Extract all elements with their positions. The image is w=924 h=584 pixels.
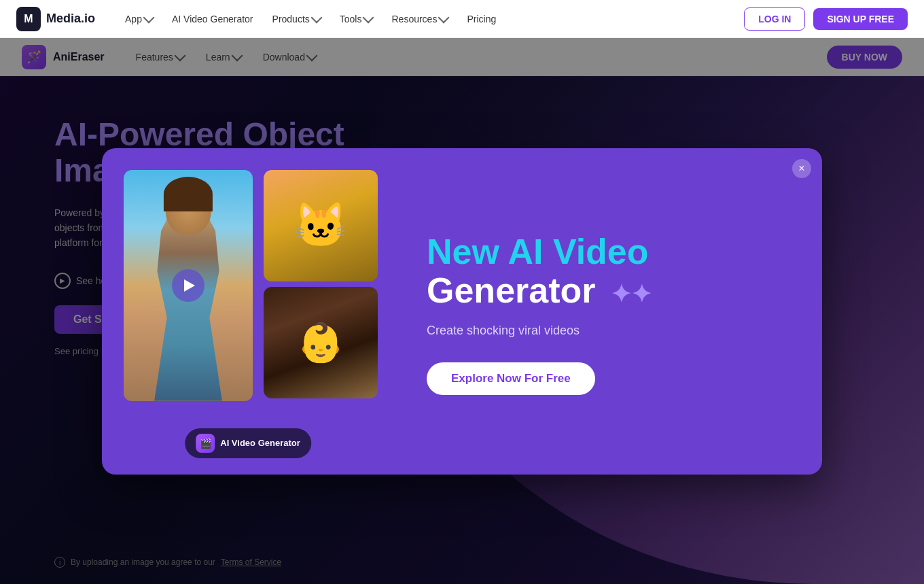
nav-item-ai-video[interactable]: AI Video Generator (164, 10, 262, 29)
logo-icon: M (16, 7, 41, 31)
logo[interactable]: M Media.io (16, 7, 95, 31)
chevron-down-icon (363, 12, 374, 24)
top-nav-links: App AI Video Generator Products Tools Re… (117, 10, 744, 29)
modal-overlay[interactable]: × 🐱 (0, 38, 924, 584)
modal-subtitle: Create shocking viral videos (427, 324, 789, 338)
modal-small-images: 🐱 👶 (258, 170, 378, 430)
nav-item-resources[interactable]: Resources (383, 10, 456, 29)
top-navigation: M Media.io App AI Video Generator Produc… (0, 0, 924, 38)
badge-text: AI Video Generator (220, 438, 300, 448)
explore-now-button[interactable]: Explore Now For Free (427, 362, 595, 395)
logo-text: Media.io (46, 12, 95, 26)
video-play-button[interactable] (172, 269, 205, 302)
chevron-down-icon (438, 12, 450, 24)
login-button[interactable]: LOG IN (744, 7, 805, 31)
nav-item-app[interactable]: App (117, 10, 161, 29)
play-triangle-icon (184, 279, 195, 292)
cat-image: 🐱 (264, 170, 378, 281)
ai-video-badge: 🎬 AI Video Generator (185, 428, 311, 458)
modal-images-section: 🐱 👶 🎬 AI Video Generator (102, 148, 394, 475)
modal-cta-section: New AI Video Generator ✦✦ Create shockin… (394, 148, 822, 475)
ai-video-modal: × 🐱 (102, 148, 822, 475)
chevron-down-icon (143, 12, 154, 24)
nav-item-products[interactable]: Products (264, 10, 329, 29)
badge-icon: 🎬 (196, 434, 215, 453)
modal-title: New AI Video Generator ✦✦ (427, 233, 789, 310)
nav-item-pricing[interactable]: Pricing (459, 10, 504, 29)
nav-item-tools[interactable]: Tools (332, 10, 381, 29)
nav-auth-buttons: LOG IN SIGN UP FREE (744, 7, 908, 31)
baby-image: 👶 (264, 287, 378, 398)
sparkle-icon: ✦✦ (611, 281, 652, 308)
chevron-down-icon (310, 12, 322, 24)
modal-close-button[interactable]: × (792, 159, 811, 178)
signup-button[interactable]: SIGN UP FREE (813, 8, 908, 30)
